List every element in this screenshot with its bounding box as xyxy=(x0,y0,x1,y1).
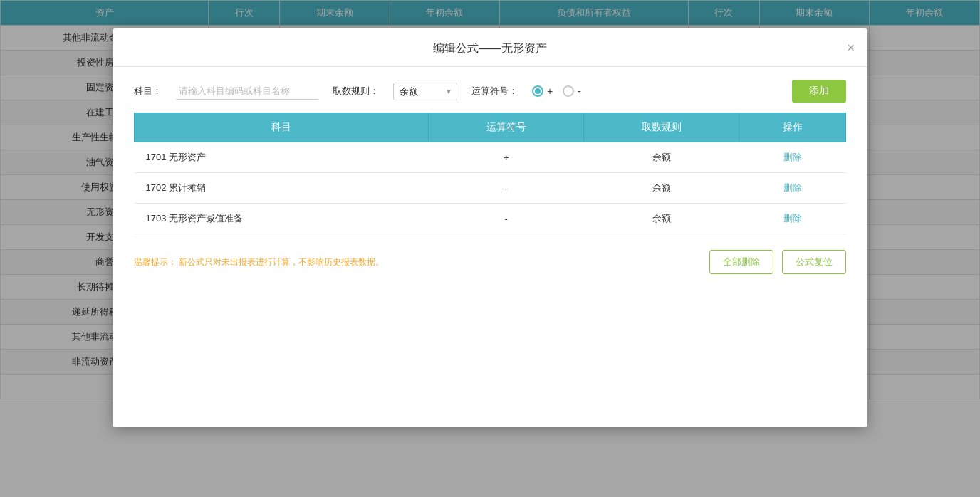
fetch-rule-select[interactable]: 余额 借方 贷方 借方发生额 贷方发生额 xyxy=(393,83,457,100)
delete-row-button[interactable]: 删除 xyxy=(783,212,802,225)
formula-table-row: 1703 无形资产减值准备-余额删除 xyxy=(135,204,846,234)
modal-title: 编辑公式——无形资产 xyxy=(433,41,547,56)
inner-table-wrap: 科目 运算符号 取数规则 操作 1701 无形资产+余额删除1702 累计摊销-… xyxy=(113,113,867,234)
operator-plus-radio[interactable] xyxy=(532,85,543,97)
formula-subject: 1702 累计摊销 xyxy=(135,173,429,204)
footer-buttons: 全部删除 公式复位 xyxy=(709,250,846,274)
operator-plus-option[interactable]: + xyxy=(532,85,553,97)
formula-operator: - xyxy=(429,173,584,204)
footer-tip-prefix: 温馨提示： xyxy=(134,257,177,267)
delete-all-button[interactable]: 全部删除 xyxy=(709,250,773,274)
col-action: 操作 xyxy=(739,113,846,142)
modal-dialog: 编辑公式——无形资产 × 科目： 取数规则： 余额 借方 贷方 借方发生额 贷方… xyxy=(113,28,867,427)
modal-close-button[interactable]: × xyxy=(847,41,855,54)
fetch-rule-select-wrap: 余额 借方 贷方 借方发生额 贷方发生额 ▼ xyxy=(393,83,457,100)
delete-row-button[interactable]: 删除 xyxy=(783,182,802,194)
fetch-rule-label: 取数规则： xyxy=(333,85,379,98)
formula-fetch-rule: 余额 xyxy=(584,142,739,173)
formula-subject: 1703 无形资产减值准备 xyxy=(135,204,429,234)
formula-action: 删除 xyxy=(739,173,846,204)
formula-table-row: 1701 无形资产+余额删除 xyxy=(135,142,846,173)
col-operator: 运算符号 xyxy=(429,113,584,142)
operator-group: + - xyxy=(532,85,581,97)
add-button[interactable]: 添加 xyxy=(792,80,846,103)
formula-subject: 1701 无形资产 xyxy=(135,142,429,173)
operator-minus-label: - xyxy=(578,85,581,97)
modal-footer: 温馨提示： 新公式只对未出报表进行计算，不影响历史报表数据。 全部删除 公式复位 xyxy=(113,234,867,281)
footer-tip: 温馨提示： 新公式只对未出报表进行计算，不影响历史报表数据。 xyxy=(134,256,384,268)
operator-plus-label: + xyxy=(547,85,553,97)
formula-fetch-rule: 余额 xyxy=(584,204,739,234)
col-subject: 科目 xyxy=(135,113,429,142)
subject-label: 科目： xyxy=(134,85,162,98)
formula-table: 科目 运算符号 取数规则 操作 1701 无形资产+余额删除1702 累计摊销-… xyxy=(134,113,846,234)
formula-operator: + xyxy=(429,142,584,173)
form-row: 科目： 取数规则： 余额 借方 贷方 借方发生额 贷方发生额 ▼ 运算符号： + xyxy=(113,67,867,113)
footer-tip-content: 新公式只对未出报表进行计算，不影响历史报表数据。 xyxy=(179,257,384,267)
formula-action: 删除 xyxy=(739,142,846,173)
operator-minus-option[interactable]: - xyxy=(563,85,581,97)
operator-label: 运算符号： xyxy=(471,85,518,98)
reset-formula-button[interactable]: 公式复位 xyxy=(782,250,846,274)
modal-header: 编辑公式——无形资产 × xyxy=(113,28,867,67)
formula-table-row: 1702 累计摊销-余额删除 xyxy=(135,173,846,204)
formula-action: 删除 xyxy=(739,204,846,234)
operator-minus-radio[interactable] xyxy=(563,85,574,97)
delete-row-button[interactable]: 删除 xyxy=(783,151,802,164)
subject-input[interactable] xyxy=(176,83,318,100)
formula-operator: - xyxy=(429,204,584,234)
formula-fetch-rule: 余额 xyxy=(584,173,739,204)
col-fetch-rule: 取数规则 xyxy=(584,113,739,142)
modal-overlay: 编辑公式——无形资产 × 科目： 取数规则： 余额 借方 贷方 借方发生额 贷方… xyxy=(0,0,980,497)
